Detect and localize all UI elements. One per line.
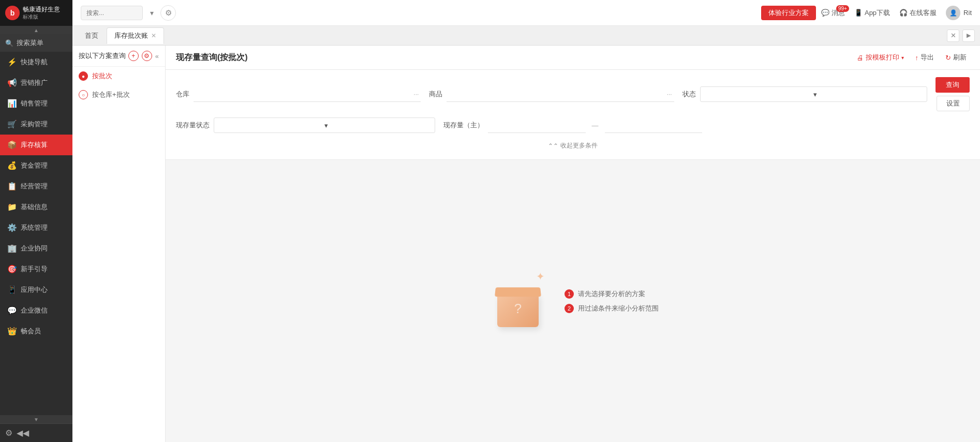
inventory-label: 库存核算 (21, 140, 48, 150)
filter-collapse-label: 收起更多条件 (560, 141, 598, 150)
filter-warehouse: 仓库 ··· (176, 87, 421, 102)
query-button[interactable]: 查询 (936, 77, 970, 93)
sales-label: 销售管理 (21, 99, 48, 108)
online-service-label: 在线客服 (910, 8, 937, 18)
finance-label: 资金管理 (21, 161, 48, 170)
sidebar-search[interactable]: 🔍 搜索菜单 (0, 34, 72, 52)
topbar-dropdown-btn[interactable]: ▾ (145, 6, 158, 20)
sidebar-footer: ⚙ ◀◀ (0, 423, 72, 442)
quick-nav-label: 快捷导航 (21, 57, 48, 67)
filter-action-buttons: 查询 设置 (936, 77, 970, 111)
tab-home[interactable]: 首页 (78, 27, 106, 44)
scheme-by-batch-icon: ● (79, 71, 88, 81)
filter-area: 仓库 ··· 商品 ··· (166, 70, 980, 160)
settings-footer-icon[interactable]: ⚙ (5, 428, 12, 438)
finance-icon: 💰 (7, 161, 17, 170)
operations-label: 经营管理 (21, 182, 48, 191)
warehouse-input[interactable] (194, 87, 411, 101)
sidebar-item-vip[interactable]: 👑 畅会员 (0, 321, 72, 342)
basic-info-icon: 📁 (7, 202, 17, 212)
product-more-btn[interactable]: ··· (665, 91, 674, 98)
product-input[interactable] (447, 87, 664, 101)
operations-icon: 📋 (7, 182, 17, 191)
main-content: 现存量查询(按批次) 🖨 按模板打印 ▾ ↑ 导出 ↻ 刷新 (166, 46, 980, 442)
app-download-action[interactable]: 📱 App下载 (854, 8, 890, 18)
filter-status: 状态 ▾ (682, 86, 927, 102)
print-icon: 🖨 (857, 54, 864, 62)
sidebar-scroll-up[interactable]: ▲ (0, 26, 72, 34)
scheme-settings-btn[interactable]: ⚙ (142, 51, 152, 61)
sidebar-item-finance[interactable]: 💰 资金管理 (0, 155, 72, 176)
export-btn[interactable]: ↑ 导出 (912, 51, 938, 64)
filter-collapse-btn[interactable]: ⌃⌃ 收起更多条件 (176, 139, 970, 152)
sidebar-item-operations[interactable]: 📋 经营管理 (0, 176, 72, 197)
status-label: 状态 (682, 90, 696, 99)
sidebar-item-basic-info[interactable]: 📁 基础信息 (0, 197, 72, 217)
vip-label: 畅会员 (21, 327, 41, 336)
empty-box-lid (495, 287, 541, 297)
sidebar-item-enterprise[interactable]: 🏢 企业协同 (0, 238, 72, 259)
tab-inventory-batch-label: 库存批次账 (114, 31, 148, 40)
sidebar-item-sales[interactable]: 📊 销售管理 (0, 93, 72, 114)
tab-panel-close[interactable]: ✕ (947, 30, 959, 42)
scheme-item-by-warehouse-batch[interactable]: ○ 按仓库+批次 (72, 85, 165, 104)
status-dropdown-arrow: ▾ (813, 91, 923, 98)
tab-inventory-batch[interactable]: 库存批次账 ✕ (107, 27, 164, 44)
inventory-icon: 📦 (7, 140, 17, 150)
sidebar-item-marketing[interactable]: 📢 营销推广 (0, 72, 72, 93)
inventory-status-dropdown[interactable]: ▾ (214, 117, 435, 133)
tip-2-text: 用过滤条件来缩小分析范围 (578, 304, 659, 313)
sidebar-item-purchase[interactable]: 🛒 采购管理 (0, 114, 72, 135)
add-scheme-btn[interactable]: + (128, 51, 139, 61)
qty-max-input[interactable] (605, 118, 703, 132)
sidebar-item-quick-nav[interactable]: ⚡ 快捷导航 (0, 52, 72, 72)
status-dropdown[interactable]: ▾ (700, 86, 927, 102)
qty-min-wrapper (488, 118, 586, 133)
collapse-sidebar-icon[interactable]: ◀◀ (17, 428, 29, 438)
message-action[interactable]: 💬 消息 99+ (821, 8, 845, 18)
refresh-btn[interactable]: ↻ 刷新 (942, 51, 970, 64)
sidebar-item-new-guide[interactable]: 🎯 新手引导 (0, 259, 72, 279)
topbar-search-input[interactable] (81, 6, 143, 20)
sidebar-item-enterprise-wechat[interactable]: 💬 企业微信 (0, 300, 72, 321)
scheme-item-by-batch[interactable]: ● 按批次 (72, 67, 165, 85)
tab-bar: 首页 库存批次账 ✕ ✕ ▶ (72, 26, 980, 46)
empty-tips: 1 请先选择要分析的方案 2 用过滤条件来缩小分析范围 (565, 289, 659, 313)
vip-icon: 👑 (7, 327, 17, 336)
qty-min-input[interactable] (488, 118, 586, 132)
filter-inventory-status: 现存量状态 ▾ (176, 117, 435, 133)
trial-btn[interactable]: 体验行业方案 (761, 6, 816, 20)
tab-close-icon[interactable]: ✕ (151, 33, 156, 39)
sidebar-search-label: 搜索菜单 (17, 38, 43, 48)
app-center-icon: 📱 (7, 285, 17, 294)
tip-1-num: 1 (565, 289, 574, 299)
left-panel-header: 按以下方案查询 + ⚙ « (72, 46, 165, 67)
new-guide-icon: 🎯 (7, 264, 17, 274)
left-panel: 按以下方案查询 + ⚙ « ● 按批次 ○ 按仓库+批次 (72, 46, 166, 442)
online-service-action[interactable]: 🎧 在线客服 (899, 8, 937, 18)
warehouse-more-btn[interactable]: ··· (411, 91, 421, 98)
topbar-gear-btn[interactable]: ⚙ (160, 5, 176, 21)
empty-box-question: ? (514, 301, 522, 317)
tip-2-num: 2 (565, 304, 574, 313)
left-panel-title: 按以下方案查询 (79, 51, 126, 61)
empty-illustration: ? ✦ (487, 270, 549, 332)
collapse-up-icon: ⌃⌃ (548, 142, 558, 150)
sidebar-item-system[interactable]: ⚙️ 系统管理 (0, 217, 72, 238)
topbar-search-area: ▾ ⚙ (81, 5, 756, 21)
scheme-by-wh-icon: ○ (79, 90, 88, 99)
tab-panel-expand[interactable]: ▶ (962, 30, 975, 42)
settings-button[interactable]: 设置 (937, 96, 970, 111)
user-profile[interactable]: 👤 Rit (946, 6, 972, 20)
marketing-icon: 📢 (7, 78, 17, 87)
print-btn[interactable]: 🖨 按模板打印 ▾ (854, 51, 907, 64)
scheme-by-batch-label: 按批次 (92, 71, 112, 81)
sidebar-scroll-down[interactable]: ▼ (0, 415, 72, 423)
purchase-label: 采购管理 (21, 120, 48, 129)
sidebar-item-app-center[interactable]: 📱 应用中心 (0, 279, 72, 300)
brand-sub: 标准版 (23, 13, 60, 21)
message-badge: 99+ (836, 5, 849, 12)
collapse-panel-btn[interactable]: « (155, 52, 159, 60)
online-service-icon: 🎧 (899, 9, 908, 17)
sidebar-item-inventory[interactable]: 📦 库存核算 (0, 135, 72, 155)
